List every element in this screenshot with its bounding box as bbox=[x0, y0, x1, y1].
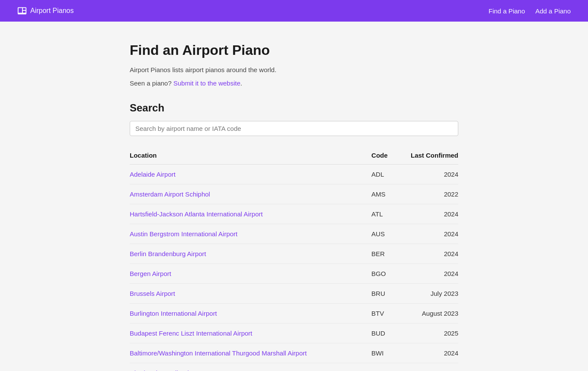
submit-prefix: Seen a piano? bbox=[130, 79, 172, 87]
cell-location: Budapest Ferenc Liszt International Airp… bbox=[130, 323, 364, 343]
airport-link[interactable]: Brussels Airport bbox=[130, 290, 175, 297]
add-piano-link[interactable]: Add a Piano bbox=[535, 7, 571, 15]
cell-code: AMS bbox=[364, 184, 395, 204]
airport-link[interactable]: Bergen Airport bbox=[130, 270, 171, 277]
cell-last-confirmed: 2024 bbox=[395, 343, 458, 363]
cell-location: Hartsfield-Jackson Atlanta International… bbox=[130, 204, 364, 224]
nav-brand[interactable]: Airport Pianos bbox=[17, 6, 74, 16]
table-row: Berlin Brandenburg AirportBER2024 bbox=[130, 244, 458, 264]
table-row: Charles de Gaulle AirportCDGAugust 2023 bbox=[130, 363, 458, 371]
nav-brand-label: Airport Pianos bbox=[30, 7, 74, 15]
cell-last-confirmed: 2025 bbox=[395, 323, 458, 343]
table-row: Austin Bergstrom International AirportAU… bbox=[130, 224, 458, 244]
cell-last-confirmed: 2024 bbox=[395, 264, 458, 284]
cell-location: Adelaide Airport bbox=[130, 165, 364, 184]
table-header-row: Location Code Last Confirmed bbox=[130, 148, 458, 165]
submit-link[interactable]: Submit it to the website bbox=[173, 79, 240, 87]
cell-last-confirmed: 2024 bbox=[395, 224, 458, 244]
cell-code: BWI bbox=[364, 343, 395, 363]
col-location: Location bbox=[130, 148, 364, 165]
table-row: Brussels AirportBRUJuly 2023 bbox=[130, 284, 458, 304]
cell-location: Austin Bergstrom International Airport bbox=[130, 224, 364, 244]
find-piano-link[interactable]: Find a Piano bbox=[489, 7, 525, 15]
cell-code: BGO bbox=[364, 264, 395, 284]
table-body: Adelaide AirportADL2024Amsterdam Airport… bbox=[130, 165, 458, 371]
table-row: Burlington International AirportBTVAugus… bbox=[130, 304, 458, 323]
table-row: Baltimore/Washington International Thurg… bbox=[130, 343, 458, 363]
cell-location: Charles de Gaulle Airport bbox=[130, 363, 364, 371]
cell-code: BUD bbox=[364, 323, 395, 343]
cell-code: ATL bbox=[364, 204, 395, 224]
airports-table: Location Code Last Confirmed Adelaide Ai… bbox=[130, 148, 458, 371]
cell-code: BRU bbox=[364, 284, 395, 304]
search-input[interactable] bbox=[130, 121, 458, 136]
table-row: Budapest Ferenc Liszt International Airp… bbox=[130, 323, 458, 343]
table-row: Amsterdam Airport SchipholAMS2022 bbox=[130, 184, 458, 204]
nav-links: Find a Piano Add a Piano bbox=[489, 7, 571, 15]
table-row: Hartsfield-Jackson Atlanta International… bbox=[130, 204, 458, 224]
col-code: Code bbox=[364, 148, 395, 165]
cell-location: Baltimore/Washington International Thurg… bbox=[130, 343, 364, 363]
airport-link[interactable]: Budapest Ferenc Liszt International Airp… bbox=[130, 330, 252, 337]
cell-last-confirmed: July 2023 bbox=[395, 284, 458, 304]
cell-location: Amsterdam Airport Schiphol bbox=[130, 184, 364, 204]
cell-last-confirmed: 2024 bbox=[395, 244, 458, 264]
main-content: Find an Airport Piano Airport Pianos lis… bbox=[121, 22, 467, 371]
cell-code: CDG bbox=[364, 363, 395, 371]
cell-location: Brussels Airport bbox=[130, 284, 364, 304]
piano-icon bbox=[17, 6, 27, 16]
cell-last-confirmed: August 2023 bbox=[395, 363, 458, 371]
airport-link[interactable]: Charles de Gaulle Airport bbox=[130, 369, 202, 371]
airport-link[interactable]: Adelaide Airport bbox=[130, 171, 176, 178]
cell-last-confirmed: August 2023 bbox=[395, 304, 458, 323]
cell-location: Burlington International Airport bbox=[130, 304, 364, 323]
col-last-confirmed: Last Confirmed bbox=[395, 148, 458, 165]
airport-link[interactable]: Baltimore/Washington International Thurg… bbox=[130, 349, 307, 357]
airport-link[interactable]: Hartsfield-Jackson Atlanta International… bbox=[130, 210, 263, 218]
cell-last-confirmed: 2022 bbox=[395, 184, 458, 204]
table-row: Bergen AirportBGO2024 bbox=[130, 264, 458, 284]
submit-prompt: Seen a piano? Submit it to the website. bbox=[130, 79, 458, 89]
cell-code: ADL bbox=[364, 165, 395, 184]
cell-last-confirmed: 2024 bbox=[395, 204, 458, 224]
cell-last-confirmed: 2024 bbox=[395, 165, 458, 184]
airport-link[interactable]: Austin Bergstrom International Airport bbox=[130, 230, 237, 238]
cell-code: BTV bbox=[364, 304, 395, 323]
cell-location: Berlin Brandenburg Airport bbox=[130, 244, 364, 264]
page-title: Find an Airport Piano bbox=[130, 42, 458, 58]
airport-link[interactable]: Burlington International Airport bbox=[130, 310, 217, 317]
search-heading: Search bbox=[130, 102, 458, 114]
airport-link[interactable]: Amsterdam Airport Schiphol bbox=[130, 190, 210, 198]
cell-location: Bergen Airport bbox=[130, 264, 364, 284]
cell-code: BER bbox=[364, 244, 395, 264]
submit-suffix: . bbox=[240, 79, 242, 87]
navbar: Airport Pianos Find a Piano Add a Piano bbox=[0, 0, 588, 22]
description-text: Airport Pianos lists airport pianos arou… bbox=[130, 65, 458, 75]
cell-code: AUS bbox=[364, 224, 395, 244]
airport-link[interactable]: Berlin Brandenburg Airport bbox=[130, 250, 206, 257]
table-row: Adelaide AirportADL2024 bbox=[130, 165, 458, 184]
table-header: Location Code Last Confirmed bbox=[130, 148, 458, 165]
